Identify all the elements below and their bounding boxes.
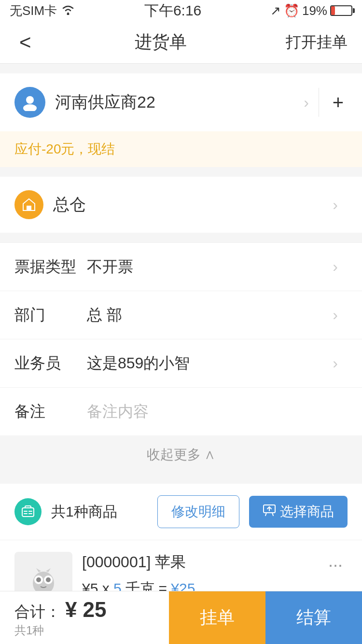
remark-label: 备注 [14,401,77,422]
supplier-name: 河南供应商22 [55,91,304,113]
salesperson-value: 这是859的小智 [77,353,333,374]
gap1 [0,64,362,73]
hang-button[interactable]: 挂单 [169,591,265,644]
department-label: 部门 [14,305,77,326]
total-sub-label: 共1种 [14,623,154,638]
status-left: 无SIM卡 [10,2,75,19]
form-card: 票据类型 不开票 › 部门 总 部 › 业务员 这是859的小智 › 备注 备注… [0,242,362,435]
time-label: 下午6:16 [144,1,201,21]
product-more-button[interactable]: ··· [323,552,348,578]
product-count-label: 共1种商品 [51,502,148,522]
cart-icon [263,504,276,520]
battery-icon [330,5,352,16]
remark-placeholder: 备注内容 [77,401,348,422]
total-section: 合计： ¥ 25 共1种 [0,591,169,644]
supplier-card: 河南供应商22 › + 应付-20元，现结 [0,73,362,167]
salesperson-label: 业务员 [14,353,77,374]
carrier-label: 无SIM卡 [10,2,57,19]
alarm-icon: ⏰ [284,3,299,18]
collapse-label: 收起更多 ∧ [147,446,216,464]
gap4 [0,474,362,484]
total-label: 合计： [14,603,61,620]
select-product-label: 选择商品 [280,503,334,521]
warehouse-name: 总仓 [53,194,333,216]
supplier-row[interactable]: 河南供应商22 › + [0,73,362,131]
salesperson-row[interactable]: 业务员 这是859的小智 › [0,339,362,387]
bottom-bar: 合计： ¥ 25 共1种 挂单 结算 [0,591,362,644]
supplier-avatar [14,87,45,118]
wifi-icon [61,3,75,18]
svg-rect-3 [27,206,31,210]
invoice-type-value: 不开票 [77,256,333,278]
product-header: 共1种商品 修改明细 选择商品 [0,484,362,540]
collapse-bar[interactable]: 收起更多 ∧ [0,435,362,474]
battery-percent: 19% [302,3,327,18]
warehouse-row[interactable]: 总仓 › [0,177,362,233]
product-title: 苹果 [155,553,186,571]
invoice-chevron-icon: › [333,258,338,276]
total-amount: ¥ 25 [65,598,107,621]
add-button[interactable]: + [319,88,348,117]
select-product-button[interactable]: 选择商品 [249,496,348,528]
svg-point-12 [46,577,51,582]
svg-point-1 [26,96,34,104]
invoice-type-row[interactable]: 票据类型 不开票 › [0,242,362,291]
warehouse-card[interactable]: 总仓 › [0,177,362,233]
location-icon: ↗ [270,3,281,18]
svg-rect-4 [22,508,34,517]
back-button[interactable]: < [14,26,36,59]
page-title: 进货单 [135,30,187,54]
svg-point-11 [36,577,41,582]
department-chevron-icon: › [333,306,338,324]
gap3 [0,233,362,242]
status-right: ↗ ⏰ 19% [270,3,352,18]
edit-detail-button[interactable]: 修改明细 [157,495,239,528]
department-row[interactable]: 部门 总 部 › [0,291,362,339]
svg-point-2 [23,104,37,111]
salesperson-chevron-icon: › [333,354,338,372]
status-bar: 无SIM卡 下午6:16 ↗ ⏰ 19% [0,0,362,21]
product-count-icon [14,498,42,525]
settle-button[interactable]: 结算 [265,591,362,644]
warning-banner: 应付-20元，现结 [0,131,362,167]
product-name: [0000001] 苹果 [82,552,314,573]
department-value: 总 部 [77,305,333,326]
gap2 [0,167,362,177]
nav-bar: < 进货单 打开挂单 [0,21,362,64]
warehouse-chevron-icon: › [333,196,338,214]
open-hang-button[interactable]: 打开挂单 [286,32,348,53]
chevron-right-icon: › [304,94,309,112]
warehouse-icon [14,190,43,219]
svg-point-0 [67,13,70,15]
remark-row[interactable]: 备注 备注内容 [0,387,362,435]
invoice-type-label: 票据类型 [14,256,77,278]
total-row: 合计： ¥ 25 [14,598,154,623]
product-code: [0000001] [82,553,151,571]
